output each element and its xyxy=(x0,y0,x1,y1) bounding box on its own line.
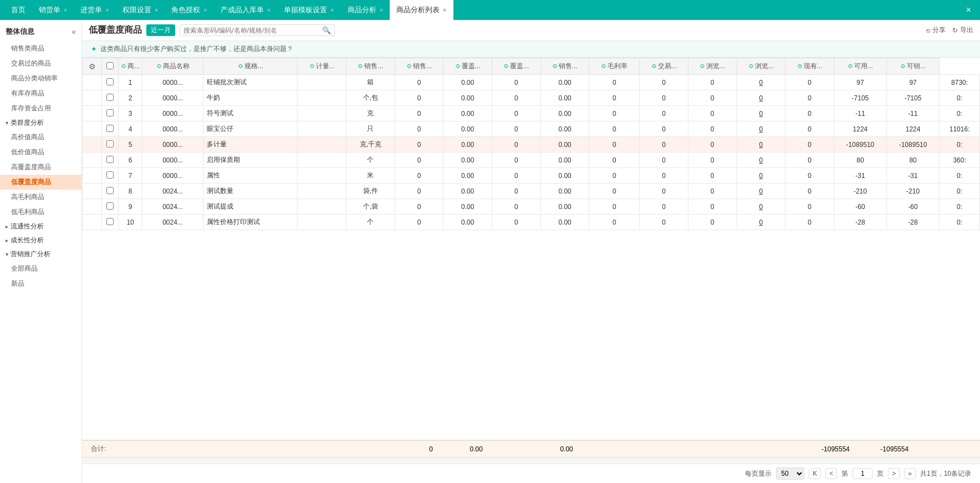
column-name[interactable]: ≎商品名称 xyxy=(142,58,203,75)
sidebar-item-sales-goods[interactable]: 销售类商品 xyxy=(0,41,81,56)
window-close-button[interactable]: × xyxy=(962,5,976,15)
row-checkbox[interactable] xyxy=(106,202,114,210)
cell-browse1[interactable]: 0 xyxy=(737,90,785,106)
cell-name[interactable]: 启用保质期 xyxy=(203,152,298,168)
nav-sales-order[interactable]: 销货单 × xyxy=(32,0,74,20)
cell-name[interactable]: 牛奶 xyxy=(203,90,298,106)
sidebar-group-growth[interactable]: ▸ 成长性分析 xyxy=(0,233,81,247)
nav-close-icon[interactable]: × xyxy=(105,7,109,13)
column-sales2[interactable]: ≎销售... xyxy=(540,58,589,75)
cell-sales-amount: 0.00 xyxy=(443,121,492,137)
row-checkbox[interactable] xyxy=(106,218,114,225)
table-wrapper[interactable]: ⚙ ≎商... ≎商品名称 ≎规格... ≎计量... ≎销售... ≎销售..… xyxy=(82,58,980,440)
cell-name[interactable]: 属性价格打印测试 xyxy=(203,215,298,230)
column-gross-rate[interactable]: ≎毛利率 xyxy=(589,58,640,75)
gear-icon[interactable]: ⚙ xyxy=(89,62,96,71)
column-unit[interactable]: ≎计量... xyxy=(298,58,346,75)
search-icon[interactable]: 🔍 xyxy=(322,26,331,34)
column-settings[interactable]: ⚙ xyxy=(83,58,102,75)
cell-browse1[interactable]: 0 xyxy=(737,121,785,137)
row-checkbox[interactable] xyxy=(106,156,114,163)
nav-product-inbound[interactable]: 产成品入库单 × xyxy=(214,0,277,20)
page-size-select[interactable]: 50 20 100 xyxy=(776,467,804,480)
cell-browse1[interactable]: 0 xyxy=(737,75,785,90)
sidebar-item-high-coverage[interactable]: 高覆盖度商品 xyxy=(0,160,81,175)
sort-icon: ≎ xyxy=(455,62,461,70)
nav-product-analysis[interactable]: 商品分析 × xyxy=(341,0,390,20)
sidebar-item-stocked-goods[interactable]: 有库存商品 xyxy=(0,86,81,101)
cell-browse1[interactable]: 0 xyxy=(737,168,785,184)
nav-close-icon[interactable]: × xyxy=(380,7,383,13)
nav-close-icon[interactable]: × xyxy=(64,7,67,13)
column-available[interactable]: ≎可用... xyxy=(834,58,886,75)
cell-browse1[interactable]: 0 xyxy=(737,184,785,199)
page-number-input[interactable] xyxy=(853,468,872,479)
cell-name[interactable]: 旺铺批次测试 xyxy=(203,75,298,90)
column-code[interactable]: ≎商... xyxy=(119,58,142,75)
column-cover1[interactable]: ≎覆盖... xyxy=(443,58,492,75)
sidebar-item-low-margin[interactable]: 低毛利商品 xyxy=(0,205,81,220)
cell-browse1[interactable]: 0 xyxy=(737,215,785,230)
cell-name[interactable]: 测试提成 xyxy=(203,199,298,215)
cell-browse1[interactable]: 0 xyxy=(737,152,785,168)
cell-browse1[interactable]: 0 xyxy=(737,106,785,121)
column-trade[interactable]: ≎交易... xyxy=(640,58,688,75)
horizontal-scrollbar[interactable] xyxy=(82,457,980,464)
column-browse2[interactable]: ≎浏览... xyxy=(737,58,785,75)
sidebar-item-traded-goods[interactable]: 交易过的商品 xyxy=(0,56,81,71)
sidebar-item-new-goods[interactable]: 新品 xyxy=(0,276,81,291)
sidebar-collapse-button[interactable]: « xyxy=(72,27,76,36)
sidebar-item-high-margin[interactable]: 高毛利商品 xyxy=(0,190,81,205)
nav-close-icon[interactable]: × xyxy=(155,7,158,13)
column-saleable[interactable]: ≎可销... xyxy=(886,58,939,75)
column-sales-count[interactable]: ≎销售... xyxy=(346,58,395,75)
sidebar-item-high-value[interactable]: 高价值商品 xyxy=(0,130,81,145)
sidebar-item-inventory-capital[interactable]: 库存资金占用 xyxy=(0,101,81,116)
nav-home[interactable]: 首页 xyxy=(4,0,32,20)
period-button[interactable]: 近一月 xyxy=(146,24,175,36)
sidebar-group-marketing[interactable]: ▾ 营销推广分析 xyxy=(0,247,81,261)
row-checkbox[interactable] xyxy=(106,125,114,132)
search-input[interactable] xyxy=(183,27,322,34)
nav-close-icon[interactable]: × xyxy=(330,7,334,13)
nav-role-auth[interactable]: 角色授权 × xyxy=(165,0,213,20)
nav-close-icon[interactable]: × xyxy=(267,7,270,13)
column-current[interactable]: ≎现有... xyxy=(785,58,834,75)
nav-close-icon[interactable]: × xyxy=(203,7,207,13)
column-cover2[interactable]: ≎覆盖... xyxy=(492,58,541,75)
next-page-button[interactable]: > xyxy=(888,468,900,479)
column-spec[interactable]: ≎规格... xyxy=(203,58,298,75)
nav-close-icon[interactable]: × xyxy=(443,7,446,13)
sidebar-group-cluster-analysis[interactable]: ▾ 类群度分析 xyxy=(0,116,81,130)
sidebar-item-low-value[interactable]: 低价值商品 xyxy=(0,145,81,160)
sidebar-item-category-sales-rate[interactable]: 商品分类动销率 xyxy=(0,71,81,86)
cell-name[interactable]: 眼宝公仔 xyxy=(203,121,298,137)
nav-template-settings[interactable]: 单据模板设置 × xyxy=(277,0,340,20)
row-checkbox[interactable] xyxy=(106,171,114,179)
row-checkbox[interactable] xyxy=(106,78,114,85)
row-checkbox[interactable] xyxy=(106,109,114,116)
column-sales-amount[interactable]: ≎销售... xyxy=(395,58,443,75)
cell-name[interactable]: 测试数量 xyxy=(203,184,298,199)
cell-browse1[interactable]: 0 xyxy=(737,199,785,215)
export-button[interactable]: ↻ 导出 xyxy=(952,26,973,35)
nav-product-analysis-list[interactable]: 商品分析列表 × xyxy=(390,0,453,20)
row-checkbox[interactable] xyxy=(106,140,114,148)
first-page-button[interactable]: K xyxy=(809,468,821,479)
cell-name[interactable]: 多计量 xyxy=(203,137,298,152)
nav-permissions[interactable]: 权限设置 × xyxy=(116,0,165,20)
cell-browse1[interactable]: 0 xyxy=(737,137,785,152)
column-browse1[interactable]: ≎浏览... xyxy=(688,58,737,75)
row-checkbox[interactable] xyxy=(106,187,114,194)
sidebar-item-all-goods[interactable]: 全部商品 xyxy=(0,261,81,276)
share-button[interactable]: ⎋ 分享 xyxy=(926,26,946,35)
sidebar-group-liquidity[interactable]: ▸ 流通性分析 xyxy=(0,220,81,233)
cell-name[interactable]: 属性 xyxy=(203,168,298,184)
cell-name[interactable]: 符号测试 xyxy=(203,106,298,121)
row-checkbox[interactable] xyxy=(106,94,114,101)
prev-page-button[interactable]: < xyxy=(825,468,837,479)
select-all-checkbox[interactable] xyxy=(106,62,114,69)
last-page-button[interactable]: » xyxy=(904,468,916,479)
sidebar-item-low-coverage[interactable]: 低覆盖度商品 xyxy=(0,175,81,190)
nav-purchase-order[interactable]: 进货单 × xyxy=(74,0,115,20)
